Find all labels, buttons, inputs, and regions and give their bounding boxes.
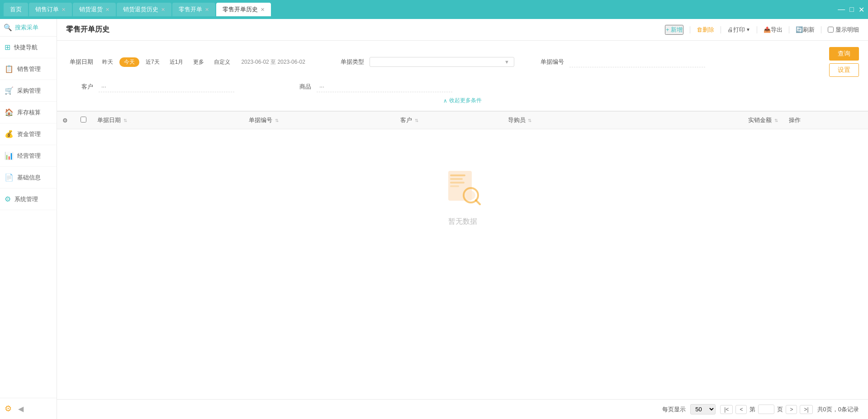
- add-button[interactable]: + 新增: [665, 25, 683, 35]
- sidebar-item-inventory[interactable]: 🏠 库存核算: [0, 102, 57, 123]
- col-no[interactable]: 单据编号 ⇅: [243, 112, 395, 129]
- table-area: ⚙ 单据日期 ⇅ 单据编号 ⇅ 客户: [57, 111, 868, 399]
- tab-home-label: 首页: [10, 5, 22, 14]
- export-icon: 📤: [764, 26, 771, 33]
- first-page-button[interactable]: |<: [720, 405, 733, 414]
- print-icon: 🖨: [727, 26, 733, 33]
- select-all-checkbox[interactable]: [81, 117, 86, 122]
- date-today[interactable]: 今天: [119, 57, 139, 67]
- prev-page-button[interactable]: <: [735, 405, 747, 414]
- date-custom[interactable]: 自定义: [210, 57, 234, 67]
- doc-type-label: 单据类型: [337, 58, 364, 66]
- collapse-button[interactable]: ∧ 收起更多条件: [66, 97, 859, 104]
- tab-sales-return-history-close[interactable]: ✕: [161, 7, 165, 13]
- tab-retail-open-history-label: 零售开单历史: [223, 5, 258, 14]
- tab-sales-return-history-label: 销货退货历史: [123, 5, 158, 14]
- sidebar-item-quick-nav[interactable]: ⊞ 快捷导航: [0, 37, 57, 58]
- tab-retail-open-history-close[interactable]: ✕: [261, 7, 265, 13]
- col-amount[interactable]: 实销金额 ⇅: [632, 112, 783, 129]
- table-settings-col[interactable]: ⚙: [57, 112, 75, 129]
- maximize-icon[interactable]: □: [849, 5, 854, 14]
- page-header: 零售开单历史 + 新增 🗑 删除 🖨 打印 ▼ 📤 导出: [57, 19, 868, 41]
- finance-icon: 💰: [5, 130, 14, 138]
- query-button[interactable]: 查询: [829, 47, 859, 61]
- customer-input[interactable]: [99, 81, 234, 92]
- doc-no-filter-group: 单据编号: [537, 56, 705, 67]
- close-icon[interactable]: ✕: [859, 5, 864, 14]
- main-layout: 🔍 搜索采单 ⊞ 快捷导航 📋 销售管理 🛒 采购管理 🏠 库存核算 💰 资金管…: [0, 19, 868, 419]
- page-title: 零售开单历史: [66, 25, 109, 34]
- date-filter-group: 单据日期 昨天 今天 近7天 近1月 更多 自定义 2023-06-02 至 2…: [66, 57, 305, 67]
- table-check-col[interactable]: [75, 112, 92, 129]
- sidebar-item-basic-info[interactable]: 📄 基础信息: [0, 167, 57, 188]
- date-7days[interactable]: 近7天: [142, 57, 163, 67]
- last-page-button[interactable]: >|: [800, 405, 812, 414]
- chevron-up-icon: ∧: [443, 98, 447, 104]
- set-button[interactable]: 设置: [829, 63, 859, 77]
- col-action: 操作: [783, 112, 868, 129]
- collapse-label: 收起更多条件: [449, 97, 482, 104]
- export-button[interactable]: 📤 导出: [764, 26, 783, 34]
- action-buttons: 查询 设置: [829, 47, 859, 77]
- tab-sales-return-history[interactable]: 销货退货历史 ✕: [117, 3, 171, 16]
- next-page-button[interactable]: >: [786, 405, 797, 414]
- col-guide[interactable]: 导购员 ⇅: [503, 112, 632, 129]
- sidebar-bottom: ⚙ ◀: [0, 398, 57, 419]
- sidebar: 🔍 搜索采单 ⊞ 快捷导航 📋 销售管理 🛒 采购管理 🏠 库存核算 💰 资金管…: [0, 19, 57, 419]
- divider-3: [757, 26, 757, 33]
- show-detail-checkbox[interactable]: 显示明细: [828, 26, 859, 34]
- basic-info-icon: 📄: [5, 173, 14, 182]
- date-more[interactable]: 更多: [190, 57, 208, 67]
- goods-input[interactable]: [317, 81, 452, 92]
- sidebar-search[interactable]: 🔍 搜索采单: [0, 19, 57, 37]
- doc-type-select[interactable]: ▼: [370, 57, 514, 67]
- page-suffix: 页: [777, 405, 783, 414]
- delete-icon: 🗑: [697, 26, 702, 33]
- content-area: 零售开单历史 + 新增 🗑 删除 🖨 打印 ▼ 📤 导出: [57, 19, 868, 419]
- sidebar-item-operations-label: 经营管理: [17, 152, 41, 160]
- svg-line-7: [476, 200, 480, 204]
- date-1month[interactable]: 近1月: [166, 57, 187, 67]
- tab-sales-return[interactable]: 销货退货 ✕: [73, 3, 116, 16]
- sidebar-collapse-icon[interactable]: ◀: [18, 405, 24, 413]
- tab-retail-open-history[interactable]: 零售开单历史 ✕: [216, 3, 271, 16]
- tab-retail-open-close[interactable]: ✕: [205, 7, 209, 13]
- doc-no-label: 单据编号: [537, 58, 564, 66]
- customer-filter-group: 客户: [66, 81, 234, 92]
- col-customer[interactable]: 客户 ⇅: [395, 112, 503, 129]
- refresh-button[interactable]: 🔄 刷新: [796, 26, 815, 34]
- sidebar-item-finance-label: 资金管理: [17, 130, 41, 138]
- sidebar-item-sales-mgmt-label: 销售管理: [17, 65, 41, 73]
- sidebar-item-finance[interactable]: 💰 资金管理: [0, 123, 57, 145]
- divider-5: [821, 26, 821, 33]
- tab-home[interactable]: 首页: [4, 3, 28, 16]
- tab-sales-order[interactable]: 销售订单 ✕: [29, 3, 72, 16]
- sidebar-item-operations[interactable]: 📊 经营管理: [0, 145, 57, 167]
- filter-row-2: 客户 商品: [66, 81, 859, 92]
- per-page-select[interactable]: 50 100 200: [690, 404, 716, 414]
- per-page-label: 每页显示: [662, 405, 686, 414]
- tab-bar: 首页 销售订单 ✕ 销货退货 ✕ 销货退货历史 ✕ 零售开单 ✕ 零售开单历史 …: [0, 0, 868, 19]
- search-icon: 🔍: [4, 24, 12, 32]
- sidebar-settings-icon[interactable]: ⚙: [5, 404, 12, 414]
- inventory-icon: 🏠: [5, 108, 14, 117]
- doc-no-input[interactable]: [569, 56, 705, 67]
- date-yesterday[interactable]: 昨天: [99, 57, 117, 67]
- tab-retail-open-label: 零售开单: [179, 5, 202, 14]
- delete-button[interactable]: 🗑 删除: [697, 26, 714, 34]
- tab-sales-order-close[interactable]: ✕: [62, 7, 66, 13]
- sales-mgmt-icon: 📋: [5, 65, 14, 73]
- minimize-icon[interactable]: —: [838, 5, 845, 14]
- system-icon: ⚙: [5, 195, 11, 203]
- print-button[interactable]: 🖨 打印 ▼: [727, 26, 750, 34]
- sort-date-icon: ⇅: [123, 118, 127, 123]
- tab-sales-return-close[interactable]: ✕: [105, 7, 109, 13]
- sidebar-item-purchase-mgmt[interactable]: 🛒 采购管理: [0, 80, 57, 102]
- svg-rect-2: [450, 178, 463, 180]
- sidebar-item-sales-mgmt[interactable]: 📋 销售管理: [0, 58, 57, 80]
- tab-retail-open[interactable]: 零售开单 ✕: [172, 3, 215, 16]
- sidebar-item-system[interactable]: ⚙ 系统管理: [0, 188, 57, 210]
- show-detail-input[interactable]: [828, 27, 834, 33]
- col-date[interactable]: 单据日期 ⇅: [92, 112, 243, 129]
- current-page-input[interactable]: 1: [758, 405, 774, 414]
